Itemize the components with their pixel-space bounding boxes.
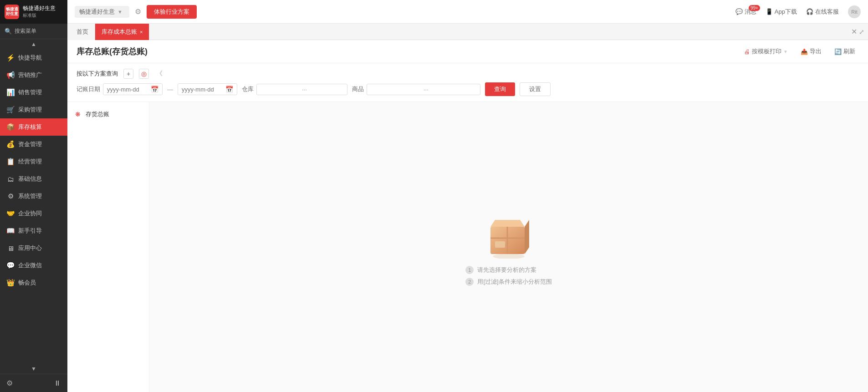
purchase-label: 采购管理 xyxy=(18,106,42,114)
tab-inventory-label: 库存成本总账 xyxy=(102,28,137,36)
date-end-input[interactable]: 📅 xyxy=(178,83,237,95)
finance-label: 资金管理 xyxy=(18,140,42,148)
close-all-tabs-icon[interactable]: ✕ xyxy=(851,27,857,36)
app-name: 畅捷通好生意 xyxy=(23,5,56,12)
sidebar-item-app-center[interactable]: 🖥 应用中心 xyxy=(0,239,67,257)
warehouse-more-icon[interactable]: ··· xyxy=(302,86,343,93)
sidebar-item-marketing[interactable]: 📢 营销推广 xyxy=(0,66,67,84)
sidebar-item-finance[interactable]: 💰 资金管理 xyxy=(0,136,67,153)
user-area[interactable]: Rit xyxy=(848,5,861,18)
phone-icon: 📱 xyxy=(766,8,773,15)
sidebar-item-sales[interactable]: 📊 销售管理 xyxy=(0,84,67,101)
topbar-right: 💬 消息 99+ 📱 App下载 🎧 在线客服 Rit xyxy=(735,5,861,18)
sales-label: 销售管理 xyxy=(18,88,42,97)
sidebar-item-purchase[interactable]: 🛒 采购管理 xyxy=(0,101,67,118)
wechat-label: 企业微信 xyxy=(18,261,42,270)
date-label: 记账日期 xyxy=(77,85,100,93)
goods-input[interactable]: ··· xyxy=(367,84,480,95)
sales-icon: 📊 xyxy=(6,88,15,97)
sidebar-item-member[interactable]: 👑 畅会员 xyxy=(0,274,67,291)
goods-more-icon[interactable]: ··· xyxy=(424,86,476,93)
page-header-actions: 🖨 按模板打印 ▼ 📤 导出 🔄 刷新 xyxy=(740,46,859,57)
topbar-breadcrumb[interactable]: 畅捷通好生意 ▼ xyxy=(75,6,129,18)
chevron-down-icon: ▼ xyxy=(31,366,36,372)
scroll-down-btn[interactable]: ▼ xyxy=(0,364,67,374)
gear-icon[interactable]: ⚙ xyxy=(133,5,143,18)
filter-chevron-left-icon: 《 xyxy=(156,70,163,78)
system-label: 系统管理 xyxy=(18,192,42,200)
hint-num-1: 1 xyxy=(465,266,474,274)
enterprise-icon: 🤝 xyxy=(6,209,15,218)
empty-hints: 1 请先选择要分析的方案 2 用[过滤]条件来缩小分析范围 xyxy=(465,266,551,286)
date-end-field[interactable] xyxy=(182,86,223,93)
setting-button[interactable]: 设置 xyxy=(520,82,551,96)
basic-icon: 🗂 xyxy=(6,175,15,183)
filter-icon-btn[interactable]: ◎ xyxy=(139,69,149,79)
app-download-btn[interactable]: 📱 App下载 xyxy=(766,8,797,16)
expand-icon[interactable]: ⤢ xyxy=(859,28,864,36)
breadcrumb-chevron-icon: ▼ xyxy=(117,9,123,15)
message-btn[interactable]: 💬 消息 99+ xyxy=(735,8,756,16)
scroll-up-btn[interactable]: ▲ xyxy=(0,39,67,49)
inventory-ledger-label: 存货总账 xyxy=(86,110,109,118)
sidebar-search-menu[interactable]: 🔍 搜索菜单 xyxy=(0,24,67,39)
finance-icon: 💰 xyxy=(6,140,15,148)
page-header: 库存总账(存货总账) 🖨 按模板打印 ▼ 📤 导出 🔄 刷新 xyxy=(67,40,868,63)
left-panel-item-inventory[interactable]: ❋ 存货总账 xyxy=(67,107,149,122)
filter-add-btn[interactable]: + xyxy=(123,69,133,79)
hint-text-1: 请先选择要分析的方案 xyxy=(477,266,536,274)
filter-collapse-btn[interactable]: 《 xyxy=(154,69,164,79)
sidebar-item-quick-nav[interactable]: ⚡ 快捷导航 xyxy=(0,49,67,66)
logo-icon: 畅捷通好生意 xyxy=(5,5,19,19)
tab-inventory-ledger[interactable]: 库存成本总账 × xyxy=(95,24,149,40)
calendar-start-icon[interactable]: 📅 xyxy=(151,86,158,93)
sidebar-item-basic[interactable]: 🗂 基础信息 xyxy=(0,170,67,188)
tab-close-icon[interactable]: × xyxy=(140,29,143,35)
query-button[interactable]: 查询 xyxy=(485,82,515,96)
goods-filter: 商品 ··· xyxy=(352,84,480,95)
print-icon: 🖨 xyxy=(744,48,750,55)
export-icon: 📤 xyxy=(801,48,808,55)
refresh-icon: 🔄 xyxy=(834,48,842,55)
sidebar-item-system[interactable]: ⚙ 系统管理 xyxy=(0,188,67,205)
marketing-icon: 📢 xyxy=(6,71,15,79)
member-icon: 👑 xyxy=(6,279,15,287)
app-version: 标准版 xyxy=(23,12,56,19)
content-area: ❋ 存货总账 xyxy=(67,102,868,392)
filter-target-icon: ◎ xyxy=(141,70,147,77)
system-icon: ⚙ xyxy=(6,192,15,200)
inventory-icon: 📦 xyxy=(6,123,15,131)
operation-label: 经营管理 xyxy=(18,158,42,166)
tab-home[interactable]: 首页 xyxy=(67,24,95,40)
industry-btn[interactable]: 体验行业方案 xyxy=(147,5,197,19)
date-start-input[interactable]: 📅 xyxy=(103,83,163,95)
goods-label: 商品 xyxy=(352,85,364,93)
chevron-up-icon: ▲ xyxy=(31,41,36,47)
empty-hint-2: 2 用[过滤]条件来缩小分析范围 xyxy=(465,278,551,286)
inventory-ledger-icon: ❋ xyxy=(74,110,82,118)
hint-num-2: 2 xyxy=(465,278,474,286)
warehouse-input[interactable]: ··· xyxy=(256,84,347,95)
sidebar-item-operation[interactable]: 📋 经营管理 xyxy=(0,153,67,170)
sidebar: 畅捷通好生意 畅捷通好生意 标准版 🔍 搜索菜单 ▲ ⚡ 快捷导航 📢 营销推广… xyxy=(0,0,67,392)
filter-label: 按以下方案查询 xyxy=(77,70,118,78)
app-center-icon: 🖥 xyxy=(6,244,15,252)
sidebar-item-enterprise[interactable]: 🤝 企业协同 xyxy=(0,205,67,222)
date-start-field[interactable] xyxy=(107,86,148,93)
settings-icon[interactable]: ⚙ xyxy=(6,379,13,387)
quick-nav-label: 快捷导航 xyxy=(18,54,42,62)
print-btn[interactable]: 🖨 按模板打印 ▼ xyxy=(740,46,791,57)
online-support-btn[interactable]: 🎧 在线客服 xyxy=(806,8,839,16)
refresh-btn[interactable]: 🔄 刷新 xyxy=(831,46,859,57)
audio-icon[interactable]: ⏸ xyxy=(54,379,61,387)
date-separator: — xyxy=(167,86,173,93)
export-btn[interactable]: 📤 导出 xyxy=(797,46,825,57)
quick-nav-icon: ⚡ xyxy=(6,54,15,62)
calendar-end-icon[interactable]: 📅 xyxy=(225,86,233,93)
box-right xyxy=(525,220,529,254)
sidebar-item-inventory[interactable]: 📦 库存核算 xyxy=(0,118,67,136)
sidebar-item-newbie[interactable]: 📖 新手引导 xyxy=(0,222,67,239)
print-chevron-icon: ▼ xyxy=(783,49,788,54)
sidebar-item-wechat[interactable]: 💬 企业微信 xyxy=(0,257,67,274)
refresh-label: 刷新 xyxy=(843,47,855,56)
